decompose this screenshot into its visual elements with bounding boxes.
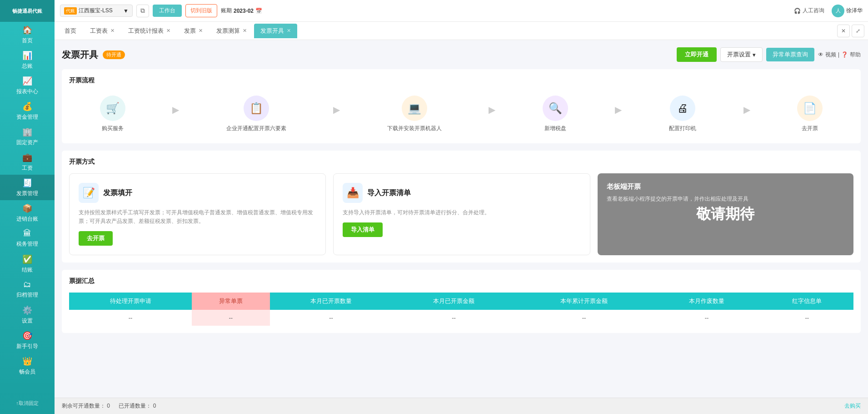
- open-settings-button[interactable]: 开票设置 ▾: [720, 47, 763, 62]
- arrow-4: ▶: [615, 104, 622, 115]
- unpin-button[interactable]: ↑取消固定: [0, 392, 55, 414]
- tab-invoice-calc[interactable]: 发票测算 ✕: [210, 24, 253, 38]
- manual-fill-desc: 支持按照发票样式手工填写开发票；可开具增值税电子普通发票、增值税普通发票、增值税…: [79, 208, 316, 226]
- summary-table-header: 待处理开票申请 异常单票 本月已开票数量 本月已开票金额 本年累计开票金额 本月…: [69, 293, 853, 310]
- sidebar-item-guide[interactable]: 🎯 新手引导: [0, 328, 55, 353]
- issue-icon: 📄: [797, 96, 823, 121]
- flow-step-buy[interactable]: 🛒 购买服务: [100, 96, 125, 132]
- import-list-desc: 支持导入待开票清单，可对待开票清单进行拆分、合并处理。: [343, 208, 580, 217]
- tab-invoice-label: 发票: [184, 27, 196, 35]
- tab-invoice-close-icon[interactable]: ✕: [199, 28, 203, 34]
- manual-fill-header: 📝 发票填开: [79, 183, 316, 203]
- col-abnormal: 异常单票: [192, 293, 270, 310]
- issue-label: 去开票: [802, 125, 818, 132]
- sidebar-item-archive[interactable]: 🗂 归档管理: [0, 277, 55, 302]
- sidebar-item-trading[interactable]: 📦 进销台账: [0, 200, 55, 226]
- col-red-info: 红字信息单: [761, 293, 853, 310]
- open-settings-label: 开票设置: [727, 50, 751, 59]
- sidebar-label-ledger: 总账: [22, 62, 33, 70]
- tab-home[interactable]: 首页: [58, 24, 83, 38]
- sidebar-label-member: 畅会员: [19, 368, 35, 376]
- sidebar-item-settings[interactable]: ⚙️ 设置: [0, 302, 55, 328]
- funds-icon: 💰: [22, 101, 32, 111]
- flow-steps: 🛒 购买服务 ▶ 📋 企业开通配置开票六要素 ▶ 💻 下载并安装开票机器人 ▶ …: [69, 92, 853, 136]
- flow-step-taxdisk[interactable]: 🔍 新增税盘: [543, 96, 568, 132]
- user-info[interactable]: 人 徐泽华: [832, 5, 863, 17]
- sidebar-label-guide: 新手引导: [16, 343, 38, 350]
- sidebar-item-tax[interactable]: 🏛 税务管理: [0, 226, 55, 251]
- download-label: 下载并安装开票机器人: [387, 125, 442, 132]
- tab-invoice-calc-close-icon[interactable]: ✕: [243, 28, 247, 34]
- page-title-area: 发票开具 待开通: [62, 49, 125, 61]
- tab-invoice-open[interactable]: 发票开具 ✕: [254, 24, 297, 38]
- printer-label: 配置打印机: [669, 125, 696, 132]
- sidebar-item-ledger[interactable]: 📊 总账: [0, 47, 55, 73]
- go-issue-button[interactable]: 去开票: [79, 231, 113, 246]
- topbar-right: 🎧 人工咨询 人 徐泽华: [794, 5, 863, 17]
- sidebar-label-funds: 资金管理: [16, 113, 38, 121]
- tab-salary-sheet-label: 工资表: [90, 27, 108, 35]
- help-area: 👁 视频 | ❓ 帮助: [818, 51, 861, 59]
- cell-month-amount: --: [393, 310, 515, 326]
- sidebar-item-assets[interactable]: 🏢 固定资产: [0, 124, 55, 149]
- consultant-label: 人工咨询: [803, 7, 824, 15]
- sidebar-item-funds[interactable]: 💰 资金管理: [0, 98, 55, 124]
- workbench-button[interactable]: 工作台: [153, 5, 182, 17]
- reports-icon: 📈: [22, 76, 32, 86]
- config-icon: 📋: [244, 96, 269, 121]
- company-selector[interactable]: 代账 江西服宝-LSS ▼: [60, 5, 133, 17]
- sidebar-bottom: ↑取消固定: [0, 392, 55, 414]
- sidebar-item-close-account[interactable]: ✅ 结账: [0, 251, 55, 277]
- copy-icon[interactable]: ⧉: [136, 5, 149, 17]
- flow-step-config[interactable]: 📋 企业开通配置开票六要素: [226, 96, 286, 132]
- old-version-button[interactable]: 切到旧版: [185, 4, 217, 17]
- arrow-2: ▶: [333, 104, 340, 115]
- tab-salary-sheet-close-icon[interactable]: ✕: [110, 28, 115, 34]
- sidebar-label-reports: 报表中心: [16, 88, 38, 96]
- sidebar-item-member[interactable]: 👑 畅会员: [0, 353, 55, 379]
- tab-salary-sheet[interactable]: 工资表 ✕: [84, 24, 121, 38]
- col-month-count: 本月已开票数量: [270, 293, 393, 310]
- sidebar-label-tax: 税务管理: [16, 240, 38, 248]
- abnormal-query-button[interactable]: 异常单票查询: [766, 48, 814, 61]
- tab-expand-icon[interactable]: ⤢: [852, 25, 864, 37]
- bottom-bar-left: 剩余可开通数量： 0 已开通数量： 0: [62, 402, 156, 410]
- table-row: -- -- -- -- -- -- --: [69, 310, 853, 326]
- tab-close-window-icon[interactable]: ✕: [837, 25, 850, 37]
- sidebar-item-home[interactable]: 🏠 首页: [0, 22, 55, 47]
- taxdisk-label: 新增税盘: [544, 125, 566, 132]
- tab-salary-stats[interactable]: 工资统计报表 ✕: [122, 24, 177, 38]
- sidebar-item-salary[interactable]: 💼 工资: [0, 149, 55, 175]
- sidebar-label-trading: 进销台账: [16, 215, 38, 223]
- remaining-label: 剩余可开通数量：: [62, 403, 105, 409]
- tab-invoice-open-close-icon[interactable]: ✕: [287, 28, 291, 34]
- flow-section: 开票流程 🛒 购买服务 ▶ 📋 企业开通配置开票六要素 ▶ 💻 下载并安装开票机…: [62, 69, 861, 143]
- cell-red-info: --: [761, 310, 853, 326]
- open-now-button[interactable]: 立即开通: [677, 47, 717, 62]
- flow-section-title: 开票流程: [69, 76, 853, 85]
- consultant-button[interactable]: 🎧 人工咨询: [794, 7, 824, 15]
- summary-section-title: 票据汇总: [69, 277, 853, 285]
- flow-step-download[interactable]: 💻 下载并安装开票机器人: [387, 96, 442, 132]
- import-list-button[interactable]: 导入清单: [343, 222, 383, 237]
- chevron-down-icon: ▾: [753, 51, 756, 58]
- sidebar-item-reports[interactable]: 📈 报表中心: [0, 73, 55, 98]
- billing-section-title: 开票方式: [69, 158, 853, 166]
- sidebar-item-invoice[interactable]: 🧾 发票管理: [0, 175, 55, 200]
- flow-step-issue[interactable]: 📄 去开票: [797, 96, 823, 132]
- tab-salary-stats-close-icon[interactable]: ✕: [166, 28, 170, 34]
- home-icon: 🏠: [22, 25, 32, 35]
- invoice-icon: 🧾: [22, 178, 32, 188]
- printer-icon: 🖨: [670, 96, 695, 121]
- dropdown-icon: ▼: [123, 8, 129, 14]
- billing-methods: 📝 发票填开 支持按照发票样式手工填写开发票；可开具增值税电子普通发票、增值税普…: [69, 173, 853, 255]
- tab-invoice[interactable]: 发票 ✕: [178, 24, 209, 38]
- flow-step-printer[interactable]: 🖨 配置打印机: [669, 96, 696, 132]
- sidebar-label-close-account: 结账: [22, 266, 33, 274]
- buy-link[interactable]: 去购买: [844, 402, 861, 410]
- cell-pending: --: [69, 310, 192, 326]
- old-platform-header: 老板端开票 查看老板端小程序提交的开票申请，并作出相应处理及开具: [607, 182, 844, 203]
- company-name: 江西服宝-LSS: [79, 7, 113, 15]
- tabs-right: ✕ ⤢: [837, 25, 864, 37]
- col-pending: 待处理开票申请: [69, 293, 192, 310]
